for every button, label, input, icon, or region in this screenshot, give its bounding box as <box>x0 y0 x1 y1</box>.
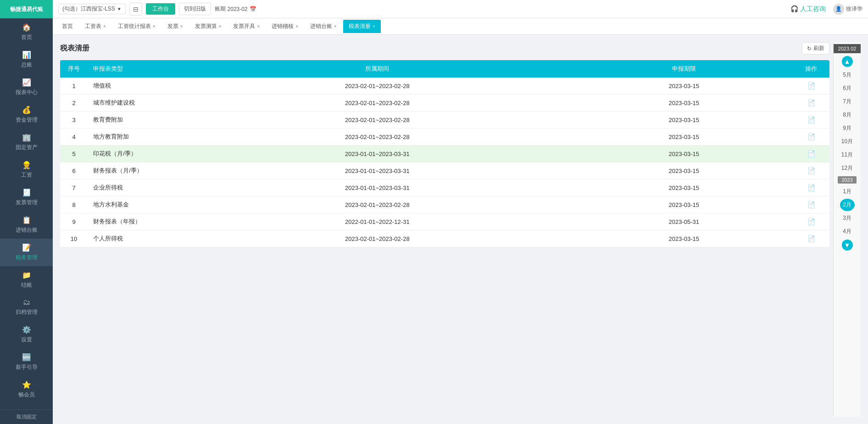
tab-salary-table[interactable]: 工资表 × <box>79 20 111 33</box>
workspace-button[interactable]: 工作台 <box>146 3 175 15</box>
action-doc-icon[interactable]: 📄 <box>807 184 815 191</box>
cell-action[interactable]: 📄 <box>793 179 829 196</box>
company-selector[interactable]: (勾选）江西报宝-LSS ▼ <box>58 4 126 14</box>
page-header: 税表清册 ↻ 刷新 <box>60 42 829 55</box>
sidebar-item-home[interactable]: 🏠 首页 <box>0 18 53 46</box>
sidebar-item-label: 工资 <box>21 171 32 179</box>
cell-action[interactable]: 📄 <box>793 78 829 95</box>
col-header-deadline: 申报期限 <box>575 60 793 78</box>
sidebar-item-guide[interactable]: 🆕 新手引导 <box>0 348 53 376</box>
calendar-panel: 2023.02 ▲ 5月 6月 7月 8月 9月 10月 11月 12月 202… <box>833 42 861 417</box>
sidebar-item-ledger[interactable]: 📊 总账 <box>0 46 53 73</box>
cell-action[interactable]: 📄 <box>793 230 829 247</box>
sidebar-item-member[interactable]: ⭐ 畅会员 <box>0 376 53 403</box>
close-icon[interactable]: × <box>103 24 106 29</box>
copy-icon[interactable]: ⊟ <box>129 3 142 16</box>
table-row: 10 个人所得税 2023-02-01~2023-02-28 2023-03-1… <box>60 230 829 247</box>
table-row: 9 财务报表（年报） 2022-01-01~2022-12-31 2023-05… <box>60 213 829 230</box>
refresh-label: 刷新 <box>813 45 824 52</box>
page-main: 税表清册 ↻ 刷新 序号 申报表类型 所属期间 申报期限 操作 <box>60 42 829 417</box>
calendar-month-6[interactable]: 6月 <box>834 82 861 95</box>
tab-salary-stats[interactable]: 工资统计报表 × <box>112 20 161 33</box>
action-doc-icon[interactable]: 📄 <box>807 218 815 225</box>
tab-invoice-issue[interactable]: 发票开具 × <box>228 20 265 33</box>
action-doc-icon[interactable]: 📄 <box>807 116 815 123</box>
close-icon[interactable]: × <box>334 24 337 29</box>
calendar-month-9[interactable]: 9月 <box>834 122 861 134</box>
period-label: 账期 <box>215 5 226 13</box>
action-doc-icon[interactable]: 📄 <box>807 235 815 242</box>
calendar-month-11[interactable]: 11月 <box>834 149 861 161</box>
calendar-month-12[interactable]: 12月 <box>834 162 861 174</box>
calendar-month-2-active[interactable]: 2月 <box>840 199 855 211</box>
close-icon[interactable]: × <box>257 24 260 29</box>
cell-action[interactable]: 📄 <box>793 112 829 128</box>
cell-period: 2023-02-01~2023-02-28 <box>179 95 575 112</box>
sidebar-item-tax[interactable]: 📝 税务管理 <box>0 239 53 266</box>
tab-purchase-sales-ledger[interactable]: 进销台账 × <box>305 20 342 33</box>
sidebar-item-label: 设置 <box>21 336 32 344</box>
close-tab-tax-icon[interactable]: × <box>373 24 375 29</box>
action-doc-icon[interactable]: 📄 <box>807 133 815 140</box>
action-doc-icon[interactable]: 📄 <box>807 99 815 106</box>
cell-seq: 10 <box>60 230 88 247</box>
refresh-button[interactable]: ↻ 刷新 <box>802 42 829 55</box>
sidebar-item-label: 总账 <box>21 61 32 69</box>
member-icon: ⭐ <box>22 380 31 389</box>
cell-action[interactable]: 📄 <box>793 196 829 213</box>
user-profile[interactable]: 👤 徐泽华 <box>833 4 862 15</box>
cell-action[interactable]: 📄 <box>793 95 829 112</box>
sidebar-item-invoice[interactable]: 🧾 发票管理 <box>0 184 53 211</box>
cell-type: 财务报表（月/季） <box>88 162 179 179</box>
tax-icon: 📝 <box>22 243 31 252</box>
action-doc-icon[interactable]: 📄 <box>807 167 815 174</box>
close-icon[interactable]: × <box>153 24 156 29</box>
cell-action[interactable]: 📄 <box>793 213 829 230</box>
tab-home[interactable]: 首页 <box>56 20 78 33</box>
cell-deadline: 2023-03-15 <box>575 179 793 196</box>
cell-action[interactable]: 📄 <box>793 145 829 162</box>
headset-icon: 🎧 <box>790 5 798 12</box>
action-doc-icon[interactable]: 📄 <box>807 150 815 157</box>
cell-type: 教育费附加 <box>88 112 179 128</box>
sidebar-item-archive[interactable]: 🗂 归档管理 <box>0 294 53 321</box>
sidebar-item-purchase-sales[interactable]: 📋 进销台账 <box>0 211 53 239</box>
tab-purchase-sales-check[interactable]: 进销稽核 × <box>266 20 304 33</box>
calendar-month-8[interactable]: 8月 <box>834 109 861 121</box>
calendar-month-4[interactable]: 4月 <box>834 225 861 238</box>
calendar-month-10[interactable]: 10月 <box>834 135 861 148</box>
calendar-month-3[interactable]: 3月 <box>834 212 861 224</box>
calendar-period-header: 2023.02 <box>834 44 861 53</box>
cell-deadline: 2023-05-31 <box>575 213 793 230</box>
tab-tax-register[interactable]: 税表清册 × <box>343 20 381 33</box>
sidebar-item-settings[interactable]: ⚙️ 设置 <box>0 321 53 348</box>
action-doc-icon[interactable]: 📄 <box>807 201 815 208</box>
cell-action[interactable]: 📄 <box>793 162 829 179</box>
action-doc-icon[interactable]: 📄 <box>807 82 815 89</box>
ai-consult-label: 人工咨询 <box>800 5 826 12</box>
calendar-month-5[interactable]: 5月 <box>834 69 861 81</box>
calendar-up-button[interactable]: ▲ <box>842 56 853 67</box>
cell-seq: 7 <box>60 179 88 196</box>
cell-action[interactable]: 📄 <box>793 128 829 145</box>
tab-invoice[interactable]: 发票 × <box>162 20 189 33</box>
cell-period: 2023-01-01~2023-03-31 <box>179 162 575 179</box>
sidebar-item-assets[interactable]: 🏢 固定资产 <box>0 128 53 156</box>
close-icon[interactable]: × <box>180 24 183 29</box>
tab-invoice-calc[interactable]: 发票测算 × <box>189 20 227 33</box>
sidebar-item-funds[interactable]: 💰 资金管理 <box>0 101 53 128</box>
switch-old-button[interactable]: 切到旧版 <box>179 3 211 15</box>
unpin-label: 取消固定 <box>17 414 37 419</box>
guide-icon: 🆕 <box>22 353 31 362</box>
calendar-month-7[interactable]: 7月 <box>834 95 861 108</box>
unpin-button[interactable]: 取消固定 <box>0 409 53 424</box>
sidebar-item-closing[interactable]: 📁 结账 <box>0 266 53 294</box>
close-icon[interactable]: × <box>295 24 298 29</box>
sidebar-item-reports[interactable]: 📈 报表中心 <box>0 73 53 101</box>
invoice-icon: 🧾 <box>22 188 31 197</box>
close-icon[interactable]: × <box>219 24 222 29</box>
calendar-down-button[interactable]: ▼ <box>842 240 853 251</box>
sidebar-item-salary[interactable]: 👷 工资 <box>0 156 53 184</box>
ai-consult-button[interactable]: 🎧 人工咨询 <box>790 5 826 13</box>
calendar-month-1[interactable]: 1月 <box>834 185 861 198</box>
